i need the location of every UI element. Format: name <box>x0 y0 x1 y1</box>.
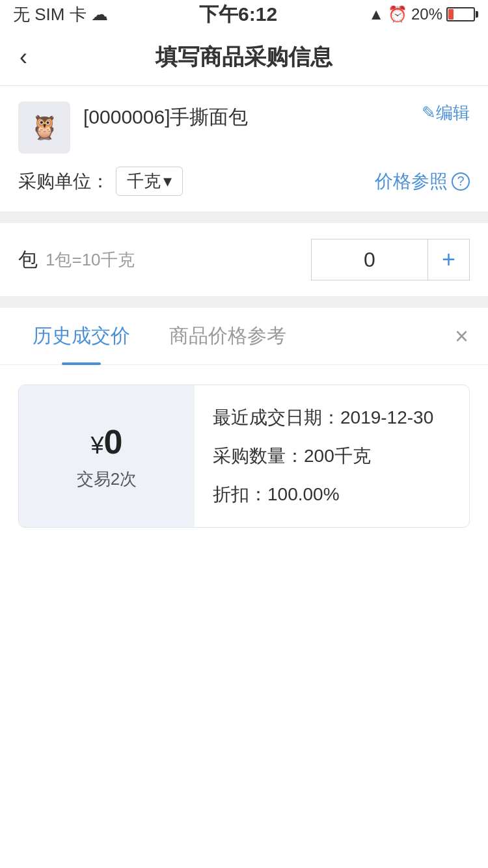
battery-fill <box>448 9 454 20</box>
unit-value: 千克 <box>127 170 161 193</box>
currency-symbol: ¥ <box>91 432 104 459</box>
tab-close-button[interactable]: × <box>448 316 475 357</box>
tab-items: 历史成交价 商品价格参考 <box>13 308 306 365</box>
quantity-value: 0 <box>364 248 375 272</box>
product-name: [0000006]手撕面包 <box>83 102 248 131</box>
unit-type: 包 <box>18 247 38 273</box>
purchase-qty-row: 采购数量：200千克 <box>213 442 451 471</box>
alarm-icon: ⏰ <box>388 5 407 23</box>
recent-date-value: 2019-12-30 <box>340 407 433 427</box>
status-left: 无 SIM 卡 ☁ <box>13 3 108 26</box>
tab-content: ¥0 交易2次 最近成交日期：2019-12-30 采购数量：200千克 折扣：… <box>0 365 488 547</box>
tab-history-price[interactable]: 历史成交价 <box>13 308 150 365</box>
edit-button[interactable]: ✎编辑 <box>422 102 470 124</box>
quantity-label: 包 1包=10千克 <box>18 247 135 273</box>
product-left: 🦉 [0000006]手撕面包 <box>18 102 248 154</box>
battery-percent: 20% <box>411 5 442 23</box>
status-bar: 无 SIM 卡 ☁ 下午6:12 ▲ ⏰ 20% <box>0 0 488 29</box>
bottom-area <box>0 547 488 868</box>
product-top: 🦉 [0000006]手撕面包 ✎编辑 <box>18 102 470 154</box>
nav-bar: ‹ 填写商品采购信息 <box>0 29 488 86</box>
back-button[interactable]: ‹ <box>13 37 34 77</box>
unit-row: 采购单位： 千克 ▾ <box>18 167 183 196</box>
battery-icon <box>446 7 475 21</box>
discount-value: 100.00% <box>267 484 340 504</box>
discount-row: 折扣：100.00% <box>213 480 451 509</box>
product-bottom: 采购单位： 千克 ▾ 价格参照 ? <box>18 167 470 196</box>
status-time: 下午6:12 <box>199 1 277 28</box>
tab-header: 历史成交价 商品价格参考 × <box>0 308 488 365</box>
price-ref-label: 价格参照 <box>375 169 448 194</box>
info-icon: ? <box>452 172 470 191</box>
qty-label: 采购数量： <box>213 446 304 466</box>
location-icon: ▲ <box>368 5 384 23</box>
trade-count: 交易2次 <box>77 468 137 491</box>
unit-note: 1包=10千克 <box>46 249 135 271</box>
price-card-details: 最近成交日期：2019-12-30 采购数量：200千克 折扣：100.00% <box>195 385 469 527</box>
price-card-summary: ¥0 交易2次 <box>19 385 195 527</box>
chevron-down-icon: ▾ <box>163 171 172 191</box>
tab-price-reference[interactable]: 商品价格参考 <box>150 308 306 365</box>
price-reference-button[interactable]: 价格参照 ? <box>375 169 470 194</box>
quantity-increment-button[interactable]: + <box>428 239 470 280</box>
qty-value: 200千克 <box>304 446 371 466</box>
quantity-input[interactable]: 0 <box>311 239 428 280</box>
product-icon: 🦉 <box>30 114 59 141</box>
tab-section: 历史成交价 商品价格参考 × ¥0 交易2次 最近成交日期：2019-12-30… <box>0 308 488 547</box>
quantity-controls: 0 + <box>311 239 470 280</box>
unit-label: 采购单位： <box>18 169 109 194</box>
status-right: ▲ ⏰ 20% <box>368 5 475 23</box>
sim-label: 无 SIM 卡 ☁ <box>13 3 108 26</box>
product-thumbnail: 🦉 <box>18 102 70 154</box>
price-card: ¥0 交易2次 最近成交日期：2019-12-30 采购数量：200千克 折扣：… <box>18 385 470 528</box>
price-amount: ¥0 <box>91 422 123 461</box>
product-section: 🦉 [0000006]手撕面包 ✎编辑 采购单位： 千克 ▾ 价格参照 ? <box>0 86 488 211</box>
page-title: 填写商品采购信息 <box>156 42 332 72</box>
discount-label: 折扣： <box>213 484 267 504</box>
recent-date-label: 最近成交日期： <box>213 407 340 427</box>
recent-date-row: 最近成交日期：2019-12-30 <box>213 403 451 433</box>
quantity-section: 包 1包=10千克 0 + <box>0 223 488 296</box>
unit-select[interactable]: 千克 ▾ <box>116 167 183 196</box>
